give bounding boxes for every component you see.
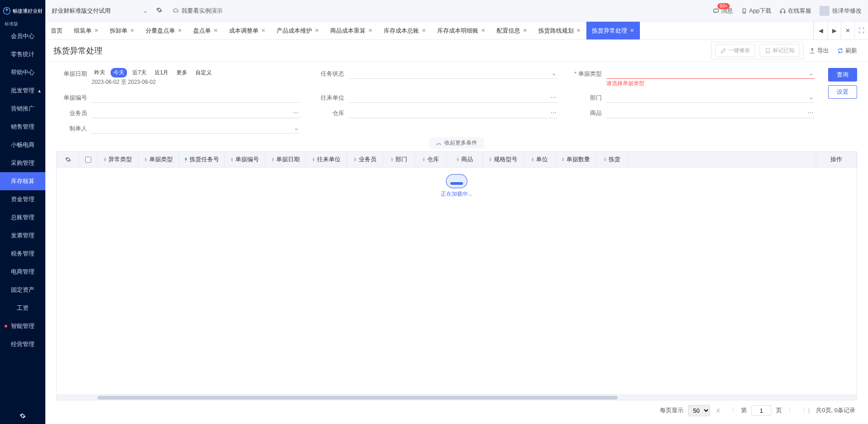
more-icon[interactable]: ⋯ — [551, 109, 556, 116]
column-header[interactable]: ▲▼单位 — [524, 152, 556, 167]
warehouse-lookup[interactable] — [349, 107, 557, 118]
prev-page[interactable]: 〈 — [727, 406, 736, 414]
chevron-down-icon[interactable]: ⌄ — [809, 70, 814, 77]
column-header[interactable]: ▲▼异常类型 — [98, 152, 138, 167]
sidebar-item[interactable]: 批发管理▲ — [0, 82, 45, 100]
select-all-checkbox[interactable] — [85, 157, 91, 163]
tab[interactable]: 库存成本明细账✕ — [432, 22, 491, 39]
date-quick-option[interactable]: 近1月 — [152, 68, 171, 77]
column-header[interactable]: ▲▼往来单位 — [306, 152, 347, 167]
chevron-down-icon[interactable]: ⌄ — [294, 125, 299, 131]
chevron-down-icon[interactable]: ⌄ — [551, 70, 556, 77]
next-page[interactable]: 〉 — [786, 406, 796, 414]
close-icon[interactable]: ✕ — [368, 28, 372, 34]
tab[interactable]: 分量盘点单✕ — [140, 22, 188, 39]
tab[interactable]: 拆卸单✕ — [104, 22, 140, 39]
more-icon[interactable]: ⋯ — [293, 109, 299, 116]
column-header[interactable]: ▲▼规格型号 — [483, 152, 524, 167]
sidebar-item[interactable]: 会员中心 — [0, 27, 45, 45]
sidebar-item[interactable]: 帮助中心 — [0, 63, 45, 82]
column-header[interactable]: ▲▼商品 — [447, 152, 483, 167]
partner-lookup[interactable] — [349, 92, 557, 103]
task-status-select[interactable] — [349, 68, 557, 79]
column-header[interactable]: ▲▼单据编号 — [224, 152, 265, 167]
sidebar-item[interactable]: 固定资产 — [0, 281, 45, 299]
tab[interactable]: 组装单✕ — [68, 22, 104, 39]
column-header[interactable]: ▲▼单据日期 — [265, 152, 306, 167]
settings-button[interactable] — [156, 7, 162, 14]
tab[interactable]: 产品成本维护✕ — [271, 22, 325, 39]
close-icon[interactable]: ✕ — [214, 28, 218, 34]
dept-select[interactable] — [606, 92, 814, 103]
date-quick-option[interactable]: 近7天 — [130, 68, 149, 77]
close-icon[interactable]: ✕ — [94, 28, 98, 34]
sidebar-item[interactable]: 总账管理 — [0, 208, 45, 226]
user-menu[interactable]: 徐泽华修改 — [819, 6, 862, 16]
more-icon[interactable]: ⋯ — [808, 109, 814, 116]
close-icon[interactable]: ✕ — [315, 28, 319, 34]
more-icon[interactable]: ⋯ — [551, 94, 556, 101]
sidebar-item[interactable]: 库存核算 — [0, 172, 45, 190]
close-icon[interactable]: ✕ — [130, 28, 134, 34]
refresh-button[interactable]: 刷新 — [834, 47, 860, 55]
close-icon[interactable]: ✕ — [481, 28, 485, 34]
tab[interactable]: 配置信息✕ — [491, 22, 533, 39]
messages-link[interactable]: 99+ 消息 — [713, 7, 733, 15]
tab[interactable]: 成本调整单✕ — [224, 22, 271, 39]
column-header[interactable]: ▲▼单据类型 — [138, 152, 179, 167]
sidebar-item[interactable]: 经营管理 — [0, 335, 45, 353]
close-icon[interactable]: ✕ — [523, 28, 527, 34]
close-icon[interactable]: ✕ — [178, 28, 182, 34]
fullscreen-toggle[interactable]: ⛶ — [854, 22, 868, 39]
sidebar-item[interactable]: 零售统计 — [0, 45, 45, 63]
sidebar-item[interactable]: 采购管理 — [0, 154, 45, 172]
settings-button[interactable]: 设置 — [828, 85, 857, 99]
scrollbar-thumb[interactable] — [98, 396, 618, 400]
column-header[interactable]: ▲▼单据数量 — [556, 152, 596, 167]
chevron-down-icon[interactable]: ⌄ — [809, 94, 814, 101]
close-icon[interactable]: ✕ — [630, 28, 634, 34]
tabs-next[interactable]: ▶ — [827, 22, 841, 39]
product-selector[interactable]: 好业财标准版交付试用 ⌄ — [52, 7, 151, 15]
last-page[interactable]: 〉| — [800, 406, 811, 414]
sidebar-item[interactable]: 电商管理 — [0, 263, 45, 281]
sidebar-item[interactable]: 智能管理 — [0, 317, 45, 335]
tab[interactable]: 盘点单✕ — [188, 22, 224, 39]
sidebar-item[interactable]: 税务管理 — [0, 245, 45, 263]
close-icon[interactable]: ✕ — [261, 28, 265, 34]
tab[interactable]: 库存成本总账✕ — [378, 22, 432, 39]
search-button[interactable]: 查询 — [828, 68, 857, 82]
maker-select[interactable] — [92, 123, 300, 134]
tabs-close-all[interactable]: ✕ — [841, 22, 854, 39]
column-header[interactable]: ▲▼拣货 — [596, 152, 628, 167]
first-page[interactable]: K — [715, 407, 722, 414]
sidebar-item[interactable]: 营销推广 — [0, 100, 45, 118]
tabs-prev[interactable]: ◀ — [814, 22, 827, 39]
support-link[interactable]: 在线客服 — [780, 7, 811, 15]
sidebar-item[interactable]: 工资 — [0, 299, 45, 317]
sidebar-settings[interactable] — [0, 408, 45, 424]
column-settings[interactable] — [57, 152, 79, 167]
date-quick-option[interactable]: 今天 — [111, 68, 127, 77]
sidebar-item[interactable]: 小畅电商 — [0, 136, 45, 154]
sales-lookup[interactable] — [92, 107, 300, 118]
column-header[interactable]: ▲▼部门 — [383, 152, 415, 167]
tab[interactable]: 拣货异常处理✕ — [586, 22, 640, 39]
close-icon[interactable]: ✕ — [422, 28, 426, 34]
export-button[interactable]: 导出 — [806, 47, 832, 55]
column-header[interactable]: ▲▼仓库 — [415, 152, 447, 167]
per-page-select[interactable]: 50 — [688, 405, 710, 416]
date-quick-option[interactable]: 昨天 — [92, 68, 108, 77]
sidebar-item[interactable]: 资金管理 — [0, 190, 45, 208]
tab[interactable]: 商品成本重算✕ — [325, 22, 378, 39]
tab[interactable]: 拣货路线规划✕ — [533, 22, 586, 39]
page-input[interactable] — [751, 405, 771, 416]
horizontal-scrollbar[interactable] — [56, 395, 857, 400]
sidebar-item[interactable]: 销售管理 — [0, 118, 45, 136]
demo-link[interactable]: 我要看实例演示 — [172, 7, 223, 15]
column-header[interactable]: ▲▼拣货任务号 — [179, 152, 224, 167]
product-lookup[interactable] — [606, 107, 814, 118]
app-download-link[interactable]: App下载 — [741, 7, 771, 15]
date-quick-option[interactable]: 自定义 — [193, 68, 215, 77]
doc-type-select[interactable] — [606, 68, 814, 79]
